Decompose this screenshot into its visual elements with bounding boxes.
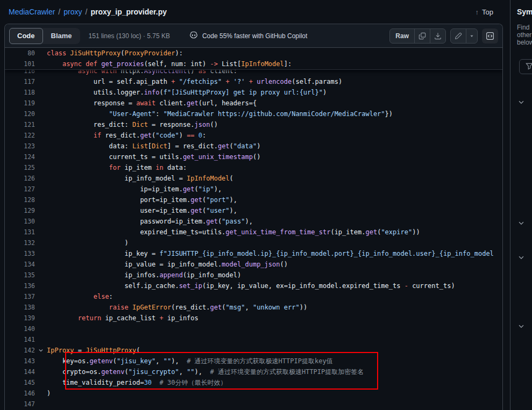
line-number[interactable]: 134 <box>5 259 35 270</box>
code-line: 136 self.ip_cache.set_ip(ip_key, ip_valu… <box>5 280 502 291</box>
code-text: res_dict: Dict = response.json() <box>47 119 502 130</box>
line-number[interactable]: 147 <box>5 399 35 409</box>
symbols-panel-title: Sym <box>510 0 532 16</box>
edit-button[interactable] <box>450 28 466 44</box>
line-number[interactable]: 135 <box>5 270 35 280</box>
code-line: 134 ip_value = ip_info_model.model_dump_… <box>5 259 502 270</box>
line-number[interactable]: 138 <box>5 302 35 313</box>
line-number[interactable]: 128 <box>5 195 35 205</box>
code-line: 124 current_ts = utils.get_unix_timestam… <box>5 152 502 162</box>
line-number[interactable]: 101 <box>5 59 35 69</box>
line-number[interactable]: 131 <box>5 227 35 238</box>
line-number[interactable]: 143 <box>5 356 35 366</box>
code-text: key=os.getenv("jisu_key", ""), # 通过环境变量的… <box>47 356 502 366</box>
line-number[interactable]: 119 <box>5 98 35 109</box>
copilot-icon <box>189 31 198 41</box>
code-blame-switcher: Code Blame <box>9 28 80 44</box>
symbols-panel-description: Findotherbelow <box>510 16 532 46</box>
file-view: Code Blame 151 lines (130 loc) · 5.75 KB… <box>4 24 503 410</box>
chevron-down-icon[interactable] <box>517 254 526 262</box>
line-number[interactable]: 129 <box>5 205 35 216</box>
up-arrow-icon: ↑ <box>476 8 479 16</box>
code-line: 139 return ip_cache_list + ip_infos <box>5 313 502 323</box>
tab-code[interactable]: Code <box>9 28 43 44</box>
code-text: if res_dict.get("code") == 0: <box>47 130 502 141</box>
code-line: 117 url = self.api_path + "/fetchips" + … <box>5 76 502 87</box>
line-number[interactable]: 146 <box>5 388 35 399</box>
code-text: else: <box>47 291 502 302</box>
breadcrumb-folder-link[interactable]: proxy <box>63 8 82 16</box>
collapse-chevron-icon[interactable] <box>35 348 47 353</box>
top-label: Top <box>482 8 493 16</box>
line-number[interactable]: 141 <box>5 334 35 345</box>
code-line: 138 raise IpGetError(res_dict.get("msg",… <box>5 302 502 313</box>
edit-dropdown-button[interactable] <box>466 28 478 44</box>
tab-blame[interactable]: Blame <box>43 28 80 44</box>
code-text: ip_info_model = IpInfoModel( <box>47 173 502 184</box>
line-number[interactable]: 126 <box>5 173 35 184</box>
line-number[interactable]: 132 <box>5 238 35 248</box>
line-number[interactable]: 133 <box>5 248 35 259</box>
symbols-toggle-button[interactable] <box>482 28 498 44</box>
line-number[interactable]: 80 <box>5 48 35 59</box>
line-number[interactable]: 125 <box>5 162 35 173</box>
line-number[interactable]: 144 <box>5 366 35 377</box>
line-number[interactable]: 121 <box>5 119 35 130</box>
line-number[interactable]: 124 <box>5 152 35 162</box>
code-text: "User-Agent": "MediaCrawler https://gith… <box>47 109 502 119</box>
code-line: 126 ip_info_model = IpInfoModel( <box>5 173 502 184</box>
copilot-banner[interactable]: Code 55% faster with GitHub Copilot <box>189 31 307 41</box>
line-number[interactable]: 140 <box>5 323 35 334</box>
code-line: 119 response = await client.get(url, hea… <box>5 98 502 109</box>
code-text: response = await client.get(url, headers… <box>47 98 502 109</box>
filter-button[interactable] <box>519 59 532 74</box>
copy-icon <box>418 32 426 40</box>
line-number[interactable]: 142 <box>5 345 35 356</box>
line-number[interactable]: 136 <box>5 280 35 291</box>
code-line: 80class JiSuHttpProxy(ProxyProvider): <box>5 48 502 59</box>
line-number[interactable]: 145 <box>5 377 35 388</box>
code-text: current_ts = utils.get_unix_timestamp() <box>47 152 502 162</box>
chevron-down-icon[interactable] <box>517 219 526 228</box>
code-text: ip_value = ip_info_model.model_dump_json… <box>47 259 502 270</box>
file-toolbar: Code Blame 151 lines (130 loc) · 5.75 KB… <box>5 24 502 48</box>
breadcrumb-path: MediaCrawler / proxy / proxy_ip_provider… <box>9 8 167 16</box>
code-line: 132 ) <box>5 238 502 248</box>
breadcrumb-repo-link[interactable]: MediaCrawler <box>9 8 55 16</box>
code-text: crypto=os.getenv("jisu_crypto", ""), # 通… <box>47 366 502 377</box>
code-text: raise IpGetError(res_dict.get("msg", "un… <box>47 302 502 313</box>
line-number[interactable]: 122 <box>5 130 35 141</box>
code-text: ip_key = f"JISUHTTP_{ip_info_model.ip}_{… <box>47 248 502 259</box>
code-text: async def get_proxies(self, num: int) ->… <box>47 59 502 69</box>
code-line: 122 if res_dict.get("code") == 0: <box>5 130 502 141</box>
line-number[interactable]: 117 <box>5 76 35 87</box>
line-number[interactable]: 137 <box>5 291 35 302</box>
line-number[interactable]: 139 <box>5 313 35 323</box>
line-number[interactable]: 116 <box>5 70 35 76</box>
line-number[interactable]: 120 <box>5 109 35 119</box>
code-line: 145 time_validity_period=30 # 30分钟（最长时效） <box>5 377 502 388</box>
line-number[interactable]: 127 <box>5 184 35 195</box>
download-button[interactable] <box>430 28 446 44</box>
raw-button[interactable]: Raw <box>389 28 415 44</box>
code-line: 146) <box>5 388 502 399</box>
back-to-top-button[interactable]: ↑ Top <box>471 6 498 18</box>
chevron-down-icon[interactable] <box>517 98 526 107</box>
line-number[interactable]: 118 <box>5 87 35 98</box>
code-text: async with httpx.AsyncClient() as client… <box>47 70 502 76</box>
code-line: 120 "User-Agent": "MediaCrawler https://… <box>5 109 502 119</box>
chevron-down-icon[interactable] <box>517 322 526 331</box>
code-line: 143 key=os.getenv("jisu_key", ""), # 通过环… <box>5 356 502 366</box>
code-text: self.ip_cache.set_ip(ip_key, ip_value, e… <box>47 280 502 291</box>
breadcrumb-filename: proxy_ip_provider.py <box>90 8 167 16</box>
code-text: IpProxy = JiSuHttpProxy( <box>47 345 502 356</box>
code-text: url = self.api_path + "/fetchips" + '?' … <box>47 76 502 87</box>
code-line: 140 <box>5 323 502 334</box>
copy-button[interactable] <box>414 28 430 44</box>
line-number[interactable]: 130 <box>5 216 35 227</box>
code-text: time_validity_period=30 # 30分钟（最长时效） <box>47 377 502 388</box>
code-line: 125 for ip_item in data: <box>5 162 502 173</box>
breadcrumb-separator: / <box>85 8 87 16</box>
line-number[interactable]: 123 <box>5 141 35 152</box>
code-text: user=ip_item.get("user"), <box>47 205 502 216</box>
